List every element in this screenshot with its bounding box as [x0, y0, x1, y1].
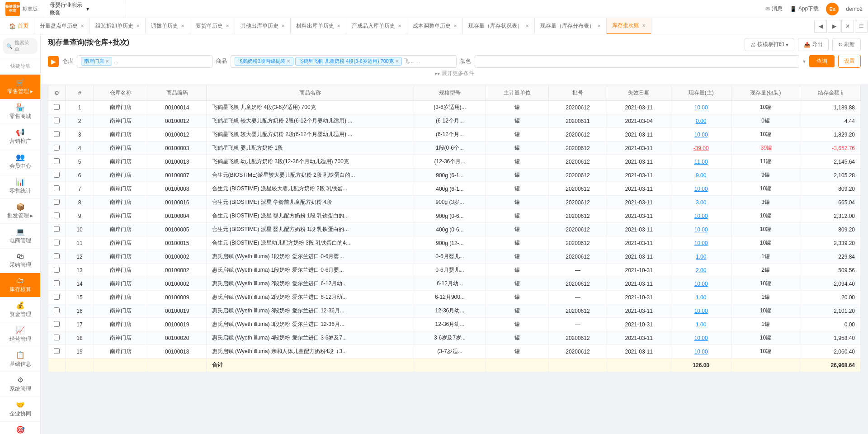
org-selector[interactable]: 母婴行业演示账套 ▾ — [45, 0, 126, 19]
tab-stock-status[interactable]: 现存量（库存状况表） ✕ — [463, 18, 535, 34]
settings-btn[interactable]: 设置 — [838, 55, 861, 68]
row-checkbox[interactable] — [48, 223, 66, 236]
tab-split-inventory[interactable]: 分量盘点单历史 ✕ — [34, 18, 90, 34]
tab-close-split-inventory[interactable]: ✕ — [80, 24, 84, 28]
tab-close-batch-voucher[interactable]: ✕ — [642, 23, 646, 28]
tab-combo-dismantle[interactable]: 组装拆卸单历史 ✕ — [90, 18, 146, 34]
warehouse-filter[interactable]: 南岸门店 ✕ ... — [77, 55, 212, 68]
tab-close-stock-status[interactable]: ✕ — [525, 24, 529, 28]
row-checkbox[interactable] — [48, 182, 66, 196]
row-qty-main[interactable]: 2.00 — [671, 264, 731, 277]
row-checkbox[interactable] — [48, 264, 66, 277]
messages-btn[interactable]: ✉ 消息 — [765, 5, 783, 13]
tab-pick-history[interactable]: 调拨单历史 ✕ — [146, 18, 190, 34]
row-checkbox[interactable] — [48, 277, 66, 291]
row-checkbox[interactable] — [48, 155, 66, 169]
tab-close-cost-adjust[interactable]: ✕ — [453, 24, 457, 28]
row-qty-main[interactable]: 10.00 — [671, 304, 731, 318]
row-qty-main[interactable]: 9.00 — [671, 169, 731, 182]
print-btn[interactable]: 🖨 按模板打印 ▾ — [745, 38, 794, 51]
row-qty-main[interactable]: -39.00 — [671, 142, 731, 155]
sidebar-item-finance[interactable]: 💰 资金管理 — [0, 297, 40, 322]
row-checkbox[interactable] — [48, 345, 66, 359]
product-filter[interactable]: 飞鹤奶粉3段丙罐提装 ✕ 飞鹤星飞帆 儿童奶粉 4段(3-6岁适用) 700克 … — [231, 55, 457, 68]
row-qty-main[interactable]: 1.00 — [671, 318, 731, 331]
col-settings-header[interactable]: ⚙ — [48, 85, 66, 101]
query-btn[interactable]: 查询 — [809, 55, 835, 67]
sidebar-item-wholesale[interactable]: 📦 批发管理 ▸ — [0, 199, 40, 224]
tab-require-goods[interactable]: 要货单历史 ✕ — [190, 18, 235, 34]
tab-close-require-goods[interactable]: ✕ — [226, 24, 229, 28]
tab-home[interactable]: 🏠 首页 — [4, 18, 34, 34]
row-qty-main[interactable]: 10.00 — [671, 128, 731, 142]
sidebar-item-system[interactable]: ⚙ 系统管理 — [0, 372, 40, 397]
sidebar-item-purchase[interactable]: 🛍 采购管理 — [0, 249, 40, 273]
sidebar-item-enterprise-collab[interactable]: 🤝 企业协同 — [0, 397, 40, 422]
app-download-btn[interactable]: 📱 App下载 — [790, 5, 819, 13]
row-checkbox[interactable] — [48, 169, 66, 182]
row-qty-main[interactable]: 10.00 — [671, 101, 731, 114]
warehouse-tag-close[interactable]: ✕ — [105, 59, 109, 64]
refresh-btn[interactable]: ↻ 刷新 — [832, 38, 861, 51]
tab-product-inbound[interactable]: 产成品入库单历史 ✕ — [346, 18, 407, 34]
tab-close-other-outbound[interactable]: ✕ — [281, 24, 285, 28]
row-qty-main[interactable]: 1.00 — [671, 250, 731, 264]
color-filter[interactable] — [475, 55, 799, 68]
row-checkbox[interactable] — [48, 128, 66, 142]
tab-nav-left[interactable]: ◀ — [814, 20, 827, 33]
sidebar-item-retail-mall[interactable]: 🏪 零售商城 — [0, 99, 40, 124]
sidebar-item-inventory[interactable]: 🗂 库存核算 — [0, 273, 40, 297]
tab-cost-adjust[interactable]: 成本调整单历史 ✕ — [407, 18, 463, 34]
tab-batch-voucher[interactable]: 库存批次账 ✕ — [607, 18, 651, 34]
row-checkbox[interactable] — [48, 196, 66, 209]
color-dropdown-arrow[interactable]: ▾ — [803, 58, 806, 65]
sidebar-search-area[interactable]: 🔍 搜索菜单 — [0, 34, 40, 58]
row-qty-main[interactable]: 1.00 — [671, 291, 731, 304]
row-checkbox[interactable] — [48, 291, 66, 304]
row-checkbox[interactable] — [48, 331, 66, 345]
tab-close-product-inbound[interactable]: ✕ — [398, 24, 401, 28]
row-checkbox[interactable] — [48, 209, 66, 223]
row-qty-main[interactable]: 10.00 — [671, 182, 731, 196]
product-tag-1-close[interactable]: ✕ — [287, 59, 290, 64]
row-qty-main[interactable]: 10.00 — [671, 331, 731, 345]
tab-nav-right[interactable]: ▶ — [828, 20, 840, 33]
row-qty-main[interactable]: 11.00 — [671, 155, 731, 169]
row-qty-main[interactable]: 10.00 — [671, 209, 731, 223]
row-qty-main[interactable]: 10.00 — [671, 236, 731, 250]
row-checkbox[interactable] — [48, 318, 66, 331]
sidebar-item-ecommerce[interactable]: 💻 电商管理 — [0, 224, 40, 249]
export-btn[interactable]: 📤 导出 — [798, 38, 829, 51]
row-checkbox[interactable] — [48, 236, 66, 250]
row-checkbox[interactable] — [48, 101, 66, 114]
tab-material-outbound[interactable]: 材料出库单历史 ✕ — [291, 18, 346, 34]
row-checkbox[interactable] — [48, 250, 66, 264]
tab-nav-close[interactable]: ✕ — [841, 20, 854, 33]
row-qty-main[interactable]: 0.00 — [671, 114, 731, 128]
tab-close-combo-dismantle[interactable]: ✕ — [136, 24, 140, 28]
row-checkbox[interactable] — [48, 114, 66, 128]
tab-close-stock-dist[interactable]: ✕ — [597, 24, 601, 28]
expand-sidebar-btn[interactable]: ▶ — [48, 56, 59, 67]
avatar[interactable]: Ea — [826, 3, 839, 15]
tab-stock-dist[interactable]: 现存量（库存分布表） ✕ — [535, 18, 607, 34]
sidebar-item-marketing[interactable]: 📢 营销推广 — [0, 124, 40, 149]
row-qty-main[interactable]: 10.00 — [671, 345, 731, 359]
col-settings-icon[interactable]: ⚙ — [54, 90, 59, 96]
sidebar-item-operations[interactable]: 📈 经营管理 — [0, 322, 40, 347]
tab-close-pick-history[interactable]: ✕ — [181, 24, 184, 28]
tab-close-material-outbound[interactable]: ✕ — [337, 24, 340, 28]
sidebar-item-basic-info[interactable]: 📋 基础信息 — [0, 347, 40, 372]
expand-more-conditions[interactable]: ▾▾ 展开更多条件 — [48, 68, 861, 81]
row-checkbox[interactable] — [48, 142, 66, 155]
product-tag-2-close[interactable]: ✕ — [395, 59, 399, 64]
row-checkbox[interactable] — [48, 304, 66, 318]
sidebar-item-retail-mgmt[interactable]: 🛒 零售管理 ▸ — [0, 75, 40, 99]
tab-nav-menu[interactable]: ☰ — [855, 20, 868, 33]
row-qty-main[interactable]: 10.00 — [671, 223, 731, 236]
sidebar-item-retail-stats[interactable]: 📊 零售统计 — [0, 174, 40, 199]
tab-other-outbound[interactable]: 其他出库单历史 ✕ — [235, 18, 291, 34]
sidebar-item-new-guide[interactable]: 🎯 新手引导 — [0, 422, 40, 434]
row-qty-main[interactable]: 3.00 — [671, 196, 731, 209]
sidebar-search-box[interactable]: 🔍 搜索菜单 — [3, 38, 38, 54]
